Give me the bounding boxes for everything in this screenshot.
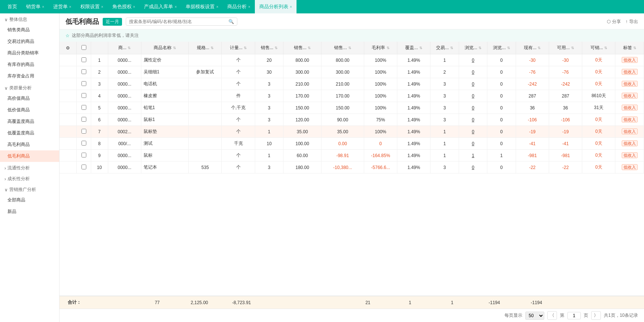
cell-coverage: 1.49% (397, 138, 430, 150)
cell-checkbox (77, 78, 91, 90)
nav-item-product-analysis[interactable]: 商品分析 × (223, 0, 255, 13)
prev-page-button[interactable]: 〈 (547, 311, 557, 320)
col-margin[interactable]: 毛利率 ⇅ (364, 42, 397, 54)
cell-settings (60, 150, 77, 162)
col-settings[interactable]: ⚙ (60, 42, 77, 54)
sidebar-group-growth[interactable]: › 成长性分析 (0, 173, 59, 184)
cell-view1[interactable]: 0 (459, 138, 487, 150)
sidebar-item-capital[interactable]: 库存资金占用 (0, 70, 59, 82)
row-checkbox[interactable] (81, 93, 86, 98)
row-checkbox[interactable] (81, 57, 86, 62)
col-profit[interactable]: 销售... ⇅ (321, 42, 364, 54)
sidebar-item-low-value[interactable]: 低价值商品 (0, 104, 59, 116)
tag-badge: 低收入 (622, 152, 638, 158)
close-icon[interactable]: × (174, 5, 177, 9)
close-icon[interactable]: × (42, 5, 44, 9)
col-tag[interactable]: 标签 ⇅ (615, 42, 644, 54)
nav-item-sales[interactable]: 销货单 × (22, 0, 49, 13)
page-size-select[interactable]: 50 20 100 (525, 312, 544, 320)
cell-view1[interactable]: 0 (459, 102, 487, 114)
col-spec[interactable]: 规格... ⇅ (189, 42, 222, 54)
cell-qty: 3 (255, 162, 283, 173)
col-view2[interactable]: 浏览... ⇅ (487, 42, 516, 54)
sidebar-item-new-products[interactable]: 新品 (0, 206, 59, 217)
cell-qty: 10 (255, 138, 283, 150)
row-checkbox[interactable] (81, 117, 86, 122)
sidebar-item-all-products[interactable]: 全部商品 (0, 194, 59, 206)
col-qty[interactable]: 销售... ⇅ (255, 42, 283, 54)
close-icon[interactable]: × (133, 5, 135, 9)
close-icon[interactable]: × (216, 5, 218, 9)
page-number-input[interactable] (567, 312, 581, 319)
cell-view1[interactable]: 0 (459, 90, 487, 102)
sidebar-item-low-coverage[interactable]: 低覆盖度商品 (0, 127, 59, 139)
cell-view1[interactable]: 0 (459, 54, 487, 66)
col-saleable[interactable]: 可销... ⇅ (582, 42, 615, 54)
sidebar-item-high-value[interactable]: 高价值商品 (0, 93, 59, 104)
close-icon[interactable]: × (69, 5, 71, 9)
nav-item-analysis-list[interactable]: 商品分析列表 × (255, 0, 297, 13)
col-code[interactable]: 商... ⇅ (108, 42, 141, 54)
cell-view2: 0 (487, 78, 516, 90)
export-button[interactable]: ↑ 导出 (625, 19, 638, 25)
search-icon[interactable]: 🔍 (228, 19, 234, 24)
cell-current: 287 (516, 90, 549, 102)
nav-item-roles[interactable]: 角色授权 × (108, 0, 140, 13)
cell-view1[interactable]: 1 (459, 150, 487, 162)
select-all-checkbox[interactable] (81, 45, 86, 50)
nav-item-home[interactable]: 首页 (3, 0, 22, 13)
col-view1[interactable]: 浏览... ⇅ (459, 42, 487, 54)
search-input[interactable] (129, 19, 228, 24)
sidebar-item-high-margin[interactable]: 高毛利商品 (0, 139, 59, 150)
share-button[interactable]: ⬡ 分享 (607, 19, 621, 25)
sidebar-item-low-margin[interactable]: 低毛利商品 (0, 150, 59, 162)
sidebar-item-traded-products[interactable]: 交易过的商品 (0, 36, 59, 47)
col-unit[interactable]: 计量... ⇅ (222, 42, 255, 54)
cell-name: 鼠标 (141, 150, 188, 162)
row-checkbox[interactable] (81, 105, 86, 110)
col-available[interactable]: 可用... ⇅ (549, 42, 582, 54)
cell-available: -30 (549, 54, 582, 66)
nav-item-purchase[interactable]: 进货单 × (49, 0, 76, 13)
col-trade[interactable]: 交易... ⇅ (430, 42, 459, 54)
sidebar-item-in-stock[interactable]: 有库存的商品 (0, 59, 59, 70)
col-name[interactable]: 商品名称 ⇅ (141, 42, 188, 54)
col-coverage[interactable]: 覆盖... ⇅ (397, 42, 430, 54)
row-checkbox[interactable] (81, 153, 86, 157)
cell-name: 橡皮擦 (141, 90, 188, 102)
row-checkbox[interactable] (81, 69, 86, 74)
row-checkbox[interactable] (81, 165, 86, 169)
cell-view1[interactable]: 0 (459, 162, 487, 173)
row-checkbox[interactable] (81, 129, 86, 134)
table-row: 8 000/... 测试 千克 10 100.00 0.00 0 1.49% 1… (60, 138, 644, 150)
sidebar-group-cluster[interactable]: ∨ 类群量分析 (0, 82, 59, 93)
next-page-button[interactable]: 〉 (591, 311, 601, 320)
cell-view1[interactable]: 0 (459, 114, 487, 126)
row-checkbox[interactable] (81, 141, 86, 146)
nav-item-product-entry[interactable]: 产成品入库单 × (140, 0, 181, 13)
cell-no: 8 (91, 138, 108, 150)
sidebar-item-sales-products[interactable]: 销售类商品 (0, 24, 59, 36)
cell-view1[interactable]: 0 (459, 66, 487, 78)
footer-qty: 77 (136, 300, 178, 305)
cell-view1[interactable]: 0 (459, 78, 487, 90)
filter-tag-button[interactable]: 近一月 (103, 18, 122, 26)
tag-badge: 低收入 (622, 140, 638, 146)
row-checkbox[interactable] (81, 81, 86, 86)
cell-margin: -164.85% (364, 150, 397, 162)
cell-code: 0000... (108, 102, 141, 114)
col-amount[interactable]: 销售... ⇅ (283, 42, 321, 54)
sidebar-group-circulation[interactable]: › 流通性分析 (0, 162, 59, 173)
close-icon[interactable]: × (290, 5, 292, 9)
sidebar-group-marketing[interactable]: ∨ 营销推广分析 (0, 184, 59, 194)
sidebar-item-high-coverage[interactable]: 高覆盖度商品 (0, 116, 59, 127)
nav-item-permissions[interactable]: 权限设置 × (76, 0, 108, 13)
cell-view1[interactable]: 0 (459, 126, 487, 138)
nav-item-template-settings[interactable]: 单据模板设置 × (181, 0, 223, 13)
sidebar-group-overall[interactable]: ∨ 整体信息 (0, 13, 59, 24)
close-icon[interactable]: × (101, 5, 103, 9)
sidebar-item-category-rate[interactable]: 商品分类助销率 (0, 47, 59, 59)
chevron-down-icon: ∨ (4, 86, 8, 91)
close-icon[interactable]: × (248, 5, 250, 9)
col-current[interactable]: 现有... ⇅ (516, 42, 549, 54)
